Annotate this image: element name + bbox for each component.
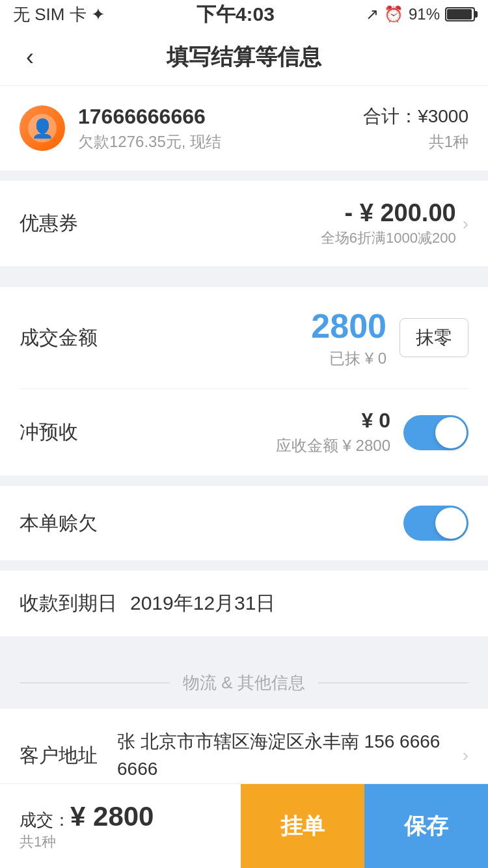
logistics-line-left <box>20 683 170 683</box>
total-count: 共1种 <box>363 131 468 152</box>
logistics-line-right <box>318 683 468 683</box>
customer-left: 👤 17666666666 欠款1276.35元, 现结 <box>20 105 221 152</box>
bottom-deal-label: 成交：¥ 2800 <box>20 801 221 832</box>
status-time: 下午4:03 <box>197 1 275 28</box>
save-button[interactable]: 保存 <box>364 784 488 869</box>
prepay-toggle[interactable] <box>403 415 468 450</box>
round-zero-button[interactable]: 抹零 <box>400 318 468 357</box>
alarm-icon: ⏰ <box>384 5 403 23</box>
bottom-count: 共1种 <box>20 832 221 852</box>
status-bar: 无 SIM 卡 ✦ 下午4:03 ↗ ⏰ 91% <box>0 0 488 29</box>
bottom-summary: 成交：¥ 2800 共1种 <box>0 801 241 852</box>
debt-section: 本单赊欠 <box>0 486 488 560</box>
content: 👤 17666666666 欠款1276.35元, 现结 合计：¥3000 共1… <box>0 86 488 868</box>
duedate-section: 收款到期日 2019年12月31日 <box>0 571 488 636</box>
bottom-bar: 成交：¥ 2800 共1种 挂单 保存 <box>0 783 488 868</box>
coupon-row[interactable]: 优惠券 - ¥ 200.00 全场6折满1000减200 › <box>0 181 488 266</box>
avatar-inner: 👤 <box>28 114 57 142</box>
deal-amount-value: 2800 <box>311 306 386 346</box>
debt-toggle-knob <box>435 508 467 539</box>
duedate-value: 2019年12月31日 <box>130 590 275 617</box>
address-value: 张 北京市市辖区海淀区永丰南 156 6666 6666 <box>117 728 456 783</box>
address-label: 客户地址 <box>20 742 98 769</box>
logistics-text: 物流 & 其他信息 <box>183 671 305 694</box>
chevron-right-icon: › <box>463 213 468 234</box>
battery-percent: 91% <box>409 5 440 23</box>
customer-debt: 欠款1276.35元, 现结 <box>78 131 221 152</box>
duedate-label: 收款到期日 <box>20 590 117 617</box>
deal-amount-wrap: 2800 已抹 ¥ 0 <box>311 306 386 369</box>
logistics-divider: 物流 & 其他信息 <box>0 657 488 709</box>
status-right: ↗ ⏰ 91% <box>366 5 475 23</box>
avatar: 👤 <box>20 105 65 151</box>
amount-section: 成交金额 2800 已抹 ¥ 0 抹零 冲预收 ¥ 0 应收金额 ¥ 2800 <box>0 287 488 476</box>
section-divider-2 <box>0 476 488 486</box>
coupon-values: - ¥ 200.00 全场6折满1000减200 <box>321 199 456 248</box>
location-icon: ↗ <box>366 5 379 23</box>
customer-right: 合计：¥3000 共1种 <box>363 104 468 152</box>
coupon-right: - ¥ 200.00 全场6折满1000减200 › <box>321 199 468 248</box>
customer-info: 17666666666 欠款1276.35元, 现结 <box>78 105 221 152</box>
deal-amount-sub: 已抹 ¥ 0 <box>311 348 386 369</box>
prepay-values: ¥ 0 应收金额 ¥ 2800 <box>276 409 390 456</box>
nav-bar: ‹ 填写结算等信息 <box>0 29 488 86</box>
avatar-person-icon: 👤 <box>31 118 54 139</box>
prepay-label: 冲预收 <box>20 419 78 446</box>
prepay-row: 冲预收 ¥ 0 应收金额 ¥ 2800 <box>20 389 468 476</box>
section-divider-1 <box>0 277 488 287</box>
customer-card: 👤 17666666666 欠款1276.35元, 现结 合计：¥3000 共1… <box>0 86 488 170</box>
battery-icon <box>445 7 475 21</box>
pending-button[interactable]: 挂单 <box>241 784 364 869</box>
coupon-amount: - ¥ 200.00 <box>321 199 456 227</box>
debt-label: 本单赊欠 <box>20 510 98 537</box>
coupon-label: 优惠券 <box>20 210 78 237</box>
deal-amount-label: 成交金额 <box>20 325 98 351</box>
total-label: 合计：¥3000 <box>363 104 468 129</box>
deal-amount-row: 成交金额 2800 已抹 ¥ 0 抹零 <box>20 287 468 389</box>
page-title: 填写结算等信息 <box>167 42 321 72</box>
prepay-amount: ¥ 0 <box>276 409 390 433</box>
back-button[interactable]: ‹ <box>20 37 40 77</box>
section-divider-3 <box>0 647 488 657</box>
deal-amount-right: 2800 已抹 ¥ 0 抹零 <box>311 306 468 369</box>
duedate-row: 收款到期日 2019年12月31日 <box>20 590 468 617</box>
coupon-desc: 全场6折满1000减200 <box>321 228 456 248</box>
toggle-knob <box>435 417 467 448</box>
status-left: 无 SIM 卡 ✦ <box>13 3 105 26</box>
prepay-right: ¥ 0 应收金额 ¥ 2800 <box>276 409 468 456</box>
sim-status: 无 SIM 卡 ✦ <box>13 3 105 26</box>
customer-phone: 17666666666 <box>78 105 221 129</box>
bottom-deal-amount: ¥ 2800 <box>70 801 154 832</box>
prepay-sub: 应收金额 ¥ 2800 <box>276 435 390 456</box>
address-chevron-icon: › <box>463 745 468 766</box>
debt-toggle[interactable] <box>403 506 468 541</box>
